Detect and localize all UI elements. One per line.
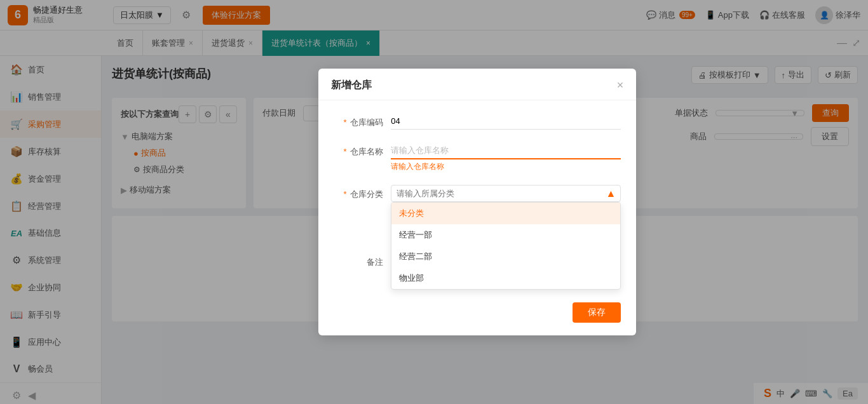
category-input[interactable] (391, 185, 621, 202)
dropdown-item-dept1[interactable]: 经营一部 (391, 224, 620, 246)
name-error-msg: 请输入仓库名称 (391, 161, 621, 172)
modal-body: * 仓库编码 * 仓库名称 请输入仓库名称 * 仓库分类 (318, 100, 636, 295)
remark-label: 备注 (334, 253, 391, 268)
category-dropdown: 未分类 经营一部 经营二部 物业部 (391, 202, 621, 290)
modal-header: 新增仓库 × (318, 69, 636, 100)
form-row-name: * 仓库名称 请输入仓库名称 (334, 142, 621, 172)
category-input-wrap: ▲ 未分类 经营一部 经营二部 物业部 (391, 185, 621, 202)
required-star-cat: * (344, 189, 347, 199)
dropdown-item-unclassified[interactable]: 未分类 (391, 203, 620, 224)
form-row-category: * 仓库分类 ▲ 未分类 经营一部 经营二部 物业部 (334, 185, 621, 202)
dropdown-item-dept2[interactable]: 经营二部 (391, 246, 620, 267)
save-button[interactable]: 保存 (573, 302, 621, 323)
add-warehouse-modal: 新增仓库 × * 仓库编码 * 仓库名称 请输入仓库名称 (318, 69, 636, 335)
required-star: * (344, 118, 347, 127)
code-input[interactable] (391, 113, 621, 130)
dropdown-item-property[interactable]: 物业部 (391, 267, 620, 289)
name-input-wrap: 请输入仓库名称 (391, 142, 621, 172)
name-input[interactable] (391, 142, 621, 159)
modal-footer: 保存 (318, 295, 636, 335)
modal-close-btn[interactable]: × (617, 79, 624, 92)
required-star-name: * (344, 147, 347, 156)
modal-title: 新增仓库 (331, 79, 372, 92)
code-label: * 仓库编码 (334, 113, 391, 128)
name-label: * 仓库名称 (334, 142, 391, 158)
category-label: * 仓库分类 (334, 185, 391, 200)
form-row-code: * 仓库编码 (334, 113, 621, 130)
code-input-wrap (391, 113, 621, 130)
